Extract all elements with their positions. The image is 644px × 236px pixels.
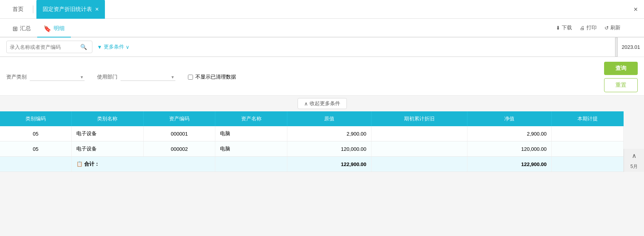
col-net-value: 净值 bbox=[467, 111, 552, 126]
total-icon: 📋 bbox=[76, 161, 83, 167]
asset-category-select-wrapper bbox=[30, 73, 85, 81]
main-content: 类别编码 类别名称 资产编码 资产名称 原值 期初累计折旧 净值 本期计提 05… bbox=[0, 111, 644, 172]
cell-asset-code: 000001 bbox=[143, 126, 215, 141]
print-label: 打印 bbox=[586, 24, 597, 31]
collapse-icon: ∧ bbox=[304, 101, 308, 107]
asset-category-label: 资产类别 bbox=[6, 73, 27, 80]
advanced-filter: 资产类别 使用部门 不显示已清理数据 查询 重置 bbox=[0, 57, 644, 96]
cell-asset-name: 电脑 bbox=[215, 141, 287, 157]
collapse-button[interactable]: ∧ 收起更多条件 bbox=[298, 98, 347, 109]
top-nav: 首页 固定资产折旧统计表 × × bbox=[0, 0, 644, 19]
department-label: 使用部门 bbox=[97, 73, 117, 80]
nav-tab-label: 固定资产折旧统计表 bbox=[43, 6, 92, 13]
col-cat-name: 类别名称 bbox=[71, 111, 143, 126]
print-action[interactable]: 🖨 打印 bbox=[580, 24, 597, 31]
date-value: 2023.01 bbox=[622, 44, 640, 50]
cell-accumulated bbox=[371, 126, 467, 141]
download-action[interactable]: ⬇ 下载 bbox=[556, 24, 572, 31]
tab-detail-label: 明细 bbox=[54, 25, 65, 32]
search-icon[interactable]: 🔍 bbox=[80, 44, 87, 50]
cell-cat-code: 05 bbox=[0, 126, 71, 141]
cell-cat-name: 电子设备 bbox=[71, 141, 143, 157]
download-icon: ⬇ bbox=[556, 25, 560, 31]
filter-bar-wrapper: 🔍 ▼ 更多条件 ∨ › 2023.01 bbox=[0, 38, 644, 57]
col-cat-code: 类别编码 bbox=[0, 111, 71, 126]
data-table: 类别编码 类别名称 资产编码 资产名称 原值 期初累计折旧 净值 本期计提 05… bbox=[0, 111, 624, 172]
tab-summary[interactable]: ⊞ 汇总 bbox=[6, 20, 37, 38]
right-panel: ∧ 5月6月7月8月9月10月11月12月 2023 bbox=[624, 149, 644, 172]
nav-tab-close[interactable]: × bbox=[95, 6, 99, 13]
total-net-value: 122,900.00 bbox=[467, 157, 552, 172]
advanced-filter-row: 资产类别 使用部门 不显示已清理数据 查询 重置 bbox=[6, 62, 638, 95]
right-panel-month[interactable]: 5月 bbox=[629, 161, 639, 172]
col-original: 原值 bbox=[287, 111, 371, 126]
more-filter-label: 更多条件 bbox=[104, 43, 124, 50]
cell-cat-name: 电子设备 bbox=[71, 126, 143, 141]
asset-category-field: 资产类别 bbox=[6, 73, 85, 81]
filter-icon: ▼ bbox=[97, 44, 102, 50]
asset-category-select[interactable] bbox=[30, 73, 85, 81]
search-wrapper: 🔍 bbox=[6, 41, 92, 53]
hide-cleared-checkbox[interactable] bbox=[188, 75, 193, 80]
tab-detail[interactable]: 🔖 明细 bbox=[37, 20, 71, 38]
nav-tab-fixed-assets[interactable]: 固定资产折旧统计表 × bbox=[36, 0, 105, 19]
cell-current-period bbox=[552, 141, 624, 157]
col-asset-name: 资产名称 bbox=[215, 111, 287, 126]
collapse-label: 收起更多条件 bbox=[310, 100, 340, 107]
cell-net-value: 2,900.00 bbox=[467, 126, 552, 141]
more-filter-btn[interactable]: ▼ 更多条件 ∨ bbox=[97, 43, 130, 50]
table-row: 05 电子设备 000001 电脑 2,900.00 2,900.00 bbox=[0, 126, 624, 141]
cell-original: 120,000.00 bbox=[287, 141, 371, 157]
department-field: 使用部门 bbox=[97, 73, 175, 81]
cell-asset-name: 电脑 bbox=[215, 126, 287, 141]
hide-cleared-checkbox-label[interactable]: 不显示已清理数据 bbox=[188, 73, 236, 80]
col-current-period: 本期计提 bbox=[552, 111, 624, 126]
tab-bar-actions: ⬇ 下载 🖨 打印 ↺ 刷新 bbox=[556, 24, 621, 31]
cell-net-value: 120,000.00 bbox=[467, 141, 552, 157]
refresh-action[interactable]: ↺ 刷新 bbox=[604, 24, 621, 31]
total-accumulated bbox=[371, 157, 467, 172]
total-row: 📋合计： 122,900.00 122,900.00 bbox=[0, 157, 624, 172]
print-icon: 🖨 bbox=[580, 25, 585, 31]
nav-home[interactable]: 首页 bbox=[6, 6, 30, 13]
collapse-bar: ∧ 收起更多条件 bbox=[0, 96, 644, 111]
download-label: 下载 bbox=[562, 24, 572, 31]
table-wrapper: 类别编码 类别名称 资产编码 资产名称 原值 期初累计折旧 净值 本期计提 05… bbox=[0, 111, 624, 172]
total-current-period bbox=[552, 157, 624, 172]
reset-button[interactable]: 重置 bbox=[604, 78, 638, 92]
filter-bar: 🔍 ▼ 更多条件 ∨ bbox=[0, 38, 644, 57]
department-select[interactable] bbox=[121, 73, 175, 81]
table-row: 05 电子设备 000002 电脑 120,000.00 120,000.00 bbox=[0, 141, 624, 157]
tab-summary-label: 汇总 bbox=[20, 25, 31, 32]
filter-buttons: 查询 重置 bbox=[604, 62, 638, 92]
cell-current-period bbox=[552, 126, 624, 141]
detail-icon: 🔖 bbox=[43, 25, 51, 32]
date-display: 2023.01 bbox=[617, 38, 644, 57]
more-filter-arrow: ∨ bbox=[126, 44, 130, 50]
right-panel-nav-up[interactable]: ∧ bbox=[624, 150, 644, 161]
refresh-icon: ↺ bbox=[604, 25, 609, 31]
refresh-label: 刷新 bbox=[610, 24, 621, 31]
cell-original: 2,900.00 bbox=[287, 126, 371, 141]
total-label bbox=[0, 157, 71, 172]
total-original: 122,900.00 bbox=[287, 157, 371, 172]
window-close-button[interactable]: × bbox=[633, 5, 638, 13]
cell-asset-code: 000002 bbox=[143, 141, 215, 157]
table-header-row: 类别编码 类别名称 资产编码 资产名称 原值 期初累计折旧 净值 本期计提 bbox=[0, 111, 624, 126]
search-input[interactable] bbox=[10, 44, 80, 50]
col-asset-code: 资产编码 bbox=[143, 111, 215, 126]
total-asset-name bbox=[215, 157, 287, 172]
query-button[interactable]: 查询 bbox=[604, 62, 638, 75]
total-label-merge: 📋合计： bbox=[71, 157, 215, 172]
cell-cat-code: 05 bbox=[0, 141, 71, 157]
nav-divider bbox=[33, 5, 33, 13]
summary-icon: ⊞ bbox=[13, 25, 18, 32]
cell-accumulated bbox=[371, 141, 467, 157]
hide-cleared-label: 不显示已清理数据 bbox=[195, 73, 236, 80]
tab-bar: ⊞ 汇总 🔖 明细 ⬇ 下载 🖨 打印 ↺ 刷新 bbox=[0, 19, 644, 38]
department-select-wrapper bbox=[121, 73, 175, 81]
col-accumulated: 期初累计折旧 bbox=[371, 111, 467, 126]
right-panel-months: 5月6月7月8月9月10月11月12月 bbox=[629, 161, 639, 172]
